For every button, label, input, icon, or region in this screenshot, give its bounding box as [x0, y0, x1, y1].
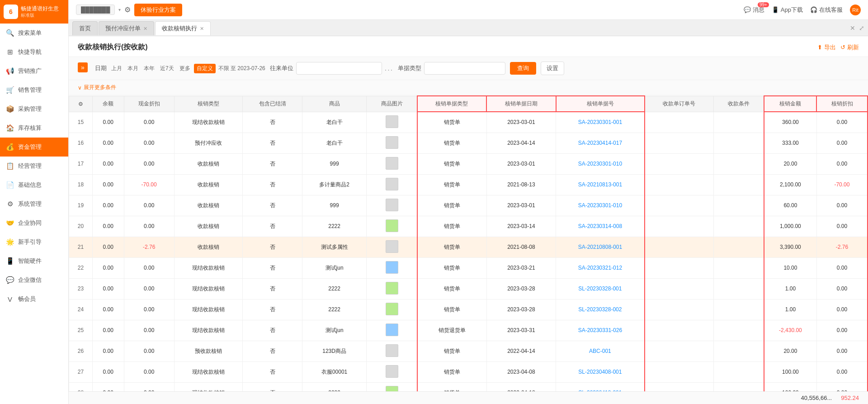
- date-opt-7days[interactable]: 近7天: [158, 64, 176, 73]
- doc-no-link[interactable]: SA-20210813-001: [578, 181, 622, 188]
- query-button[interactable]: 查询: [510, 62, 536, 75]
- date-opt-more[interactable]: 更多: [178, 64, 192, 73]
- sidebar-label-finance: 资金管理: [18, 143, 42, 151]
- cell-cash-discount: 0.00: [124, 257, 174, 278]
- tab-verify-close[interactable]: ✕: [200, 26, 204, 32]
- window-close-btn[interactable]: ✕: [850, 24, 855, 32]
- app-download-button[interactable]: 📱 App下载: [772, 6, 803, 14]
- cell-product-img: [367, 195, 417, 216]
- sidebar-item-guide[interactable]: 🌟新手引导: [0, 233, 68, 252]
- sidebar-item-marketing[interactable]: 📢营销推广: [0, 62, 68, 81]
- cell-balance: 0.00: [92, 153, 124, 174]
- cell-order-no: [645, 174, 714, 195]
- cell-cash-discount: -2.76: [124, 237, 174, 257]
- cell-cash-discount: 0.00: [124, 133, 174, 153]
- sidebar-item-basic[interactable]: 📄基础信息: [0, 176, 68, 195]
- doc-no-link[interactable]: ABC-001: [589, 348, 611, 354]
- type-select[interactable]: [424, 62, 505, 75]
- sidebar-menu: 🔍搜索菜单⊞快捷导航📢营销推广🛒销售管理📦采购管理🏠库存核算💰资金管理📋经营管理…: [0, 24, 68, 404]
- refresh-button[interactable]: ↺ 刷新: [840, 43, 859, 52]
- doc-no-link[interactable]: SA-20230301-010: [578, 161, 622, 167]
- doc-no-link[interactable]: SL-20230328-001: [578, 285, 622, 292]
- cell-num: 25: [69, 320, 93, 341]
- main-area: ███████ ▾ ⚙ 休验行业方案 💬 消息 99+ 📱 App下载 🎧 在线…: [69, 0, 868, 404]
- expand-button[interactable]: ∨ 展开更多条件: [78, 82, 116, 93]
- sidebar-item-search[interactable]: 🔍搜索菜单: [0, 24, 68, 43]
- col-settings-icon[interactable]: ⚙: [69, 96, 93, 112]
- cell-product-img: [367, 299, 417, 320]
- doc-no-link[interactable]: SA-20230321-012: [578, 265, 622, 271]
- sidebar-item-sales[interactable]: 🛒销售管理: [0, 81, 68, 100]
- sidebar-item-business[interactable]: 📋经营管理: [0, 157, 68, 176]
- cell-balance: 0.00: [92, 112, 124, 133]
- sidebar-item-collab[interactable]: 🤝企业协同: [0, 214, 68, 233]
- cell-product: 衣服00001: [302, 361, 367, 382]
- doc-no-link[interactable]: SA-20230314-008: [578, 223, 622, 229]
- user-avatar[interactable]: Rit: [850, 5, 861, 15]
- cell-product-img: [367, 216, 417, 237]
- filter-settings-button[interactable]: 设置: [541, 62, 564, 75]
- cell-verify-amount: 100.00: [764, 382, 816, 391]
- cell-include-settled: 否: [243, 341, 302, 361]
- date-opt-custom[interactable]: 自定义: [194, 64, 216, 73]
- sidebar-item-hardware[interactable]: 📱智能硬件: [0, 252, 68, 271]
- sidebar-item-quick-nav[interactable]: ⊞快捷导航: [0, 43, 68, 62]
- doc-no-link[interactable]: SL-20230408-001: [578, 369, 622, 375]
- sidebar-label-quick-nav: 快捷导航: [18, 48, 42, 56]
- type-filter-group: 单据类型: [398, 62, 505, 75]
- date-opt-last-month[interactable]: 上月: [109, 64, 124, 73]
- data-table: ⚙ 余额 现金折扣 核销类型 包含已结清 商品 商品图片 核销单据类型 核销单据…: [69, 95, 868, 391]
- cell-doc-date: 2023-04-18: [486, 382, 556, 391]
- filter-toggle-button[interactable]: »: [78, 62, 88, 72]
- cell-doc-type: 销货单: [417, 216, 487, 237]
- export-button[interactable]: ⬆ 导出: [817, 43, 836, 52]
- date-opt-this-month[interactable]: 本月: [126, 64, 140, 73]
- source-input[interactable]: [296, 62, 382, 75]
- settings-icon[interactable]: ⚙: [124, 5, 131, 14]
- sidebar-item-wechat[interactable]: 💬企业微信: [0, 271, 68, 290]
- source-dots: ...: [385, 64, 393, 72]
- sidebar-label-business: 经营管理: [18, 162, 42, 170]
- col-doc-type: 核销单据类型: [417, 96, 487, 112]
- cell-num: 22: [69, 257, 93, 278]
- date-opt-this-year[interactable]: 本年: [142, 64, 156, 73]
- cell-include-settled: 否: [243, 278, 302, 299]
- industry-button[interactable]: 休验行业方案: [134, 4, 182, 16]
- cell-verify-type: 预收款核销: [174, 341, 243, 361]
- sidebar-item-system[interactable]: ⚙系统管理: [0, 195, 68, 214]
- cell-doc-no: SA-20230301-010: [556, 153, 645, 174]
- sidebar-item-member[interactable]: V畅会员: [0, 290, 68, 309]
- cell-cash-discount: 0.00: [124, 320, 174, 341]
- tab-prepay[interactable]: 预付冲应付单 ✕: [99, 21, 154, 35]
- sidebar-item-purchase[interactable]: 📦采购管理: [0, 100, 68, 119]
- sidebar-item-inventory[interactable]: 🏠库存核算: [0, 119, 68, 138]
- online-service-button[interactable]: 🎧 在线客服: [810, 6, 843, 14]
- tab-prepay-close[interactable]: ✕: [143, 26, 147, 32]
- cell-verify-type: 收款核销: [174, 237, 243, 257]
- sidebar-icon-purchase: 📦: [5, 105, 14, 114]
- cell-verify-type: 现结收款核销: [174, 382, 243, 391]
- sidebar-label-member: 畅会员: [18, 295, 36, 303]
- sidebar-item-finance[interactable]: 💰资金管理: [0, 138, 68, 157]
- doc-no-link[interactable]: SA-20230331-026: [578, 327, 622, 333]
- doc-no-link[interactable]: SL-20230328-002: [578, 306, 622, 313]
- cell-product: 123D商品: [302, 341, 367, 361]
- doc-no-link[interactable]: SA-20210808-001: [578, 244, 622, 250]
- doc-no-link[interactable]: SA-20230301-010: [578, 202, 622, 209]
- tab-home[interactable]: 首页: [72, 21, 98, 35]
- expand-icon: ∨: [78, 85, 82, 91]
- date-range: 不限 至 2023-07-26: [218, 65, 265, 72]
- notification-button[interactable]: 💬 消息 99+: [744, 6, 764, 14]
- cell-payment-cond: [713, 320, 764, 341]
- doc-no-link[interactable]: SA-20230414-017: [578, 140, 622, 146]
- doc-no-link[interactable]: SA-20230301-001: [578, 119, 622, 125]
- tab-verify[interactable]: 收款核销执行 ✕: [155, 21, 211, 35]
- window-expand-btn[interactable]: ⤢: [859, 24, 864, 32]
- cell-doc-date: 2023-04-14: [486, 133, 556, 153]
- cell-include-settled: 否: [243, 320, 302, 341]
- cell-doc-date: 2023-03-01: [486, 153, 556, 174]
- cell-include-settled: 否: [243, 133, 302, 153]
- cell-product-img: [367, 278, 417, 299]
- cell-doc-type: 销货单: [417, 299, 487, 320]
- company-dropdown-icon[interactable]: ▾: [118, 7, 121, 12]
